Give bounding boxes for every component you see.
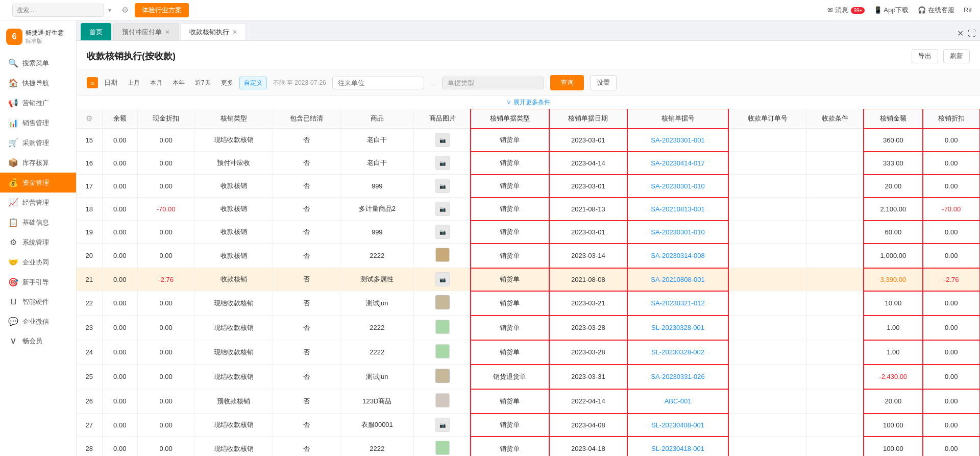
refresh-button[interactable]: 刷新 [943,49,970,63]
cell-bill-no[interactable]: SA-20230301-001 [627,129,728,152]
bill-type-select[interactable]: 单据类型 [442,77,544,89]
cell-bill-no[interactable]: SA-20230414-017 [627,152,728,175]
cell-cash-discount: 0.00 [137,414,194,437]
cell-condition [806,268,863,291]
filter-expand-button[interactable]: » [87,77,98,88]
col-order-no: 收款单订单号 [728,109,806,129]
date-btn-last-month[interactable]: 上月 [124,77,144,89]
tab-close-all-icon[interactable]: ✕ [957,29,964,38]
prepay-tab-close[interactable]: ✕ [165,29,170,36]
cell-balance: 0.00 [102,129,137,152]
tab-prepay[interactable]: 预付冲应付单 ✕ [113,23,179,40]
app-download-link[interactable]: 📱 App下载 [874,6,909,15]
cell-balance: 0.00 [102,175,137,198]
tab-fullscreen-icon[interactable]: ⛶ [968,29,976,38]
tab-collection[interactable]: 收款核销执行 ✕ [181,23,246,40]
online-service-link[interactable]: 🎧 在线客服 [918,6,954,15]
cell-cash-discount: 0.00 [137,291,194,316]
cell-cash-discount: 0.00 [137,175,194,198]
sidebar-item-marketing[interactable]: 📢 营销推广 [0,93,76,113]
partner-input[interactable] [332,77,424,89]
sidebar-item-hardware[interactable]: 🖥 智能硬件 [0,292,76,311]
sidebar-item-stock[interactable]: 📦 库存核算 [0,153,76,173]
cell-goods: 123D商品 [340,389,414,414]
cell-settled: 否 [273,437,340,457]
sidebar-item-operation[interactable]: 📈 经营管理 [0,193,76,212]
cell-cash-discount: -2.76 [137,268,194,291]
sidebar-item-wechat[interactable]: 💬 企业微信 [0,311,76,331]
table-row: 17 0.00 0.00 收款核销 否 999 📷 销货单 2023-03-01… [77,175,980,198]
filter-bar: » 日期 上月 本月 本年 近7天 更多 自定义 不限 至 2023-07-26… [77,70,980,96]
cell-cash-discount: 0.00 [137,365,194,389]
cell-bill-no[interactable]: SA-20230321-012 [627,291,728,316]
settings-button[interactable]: 设置 [590,75,617,90]
sidebar-item-system[interactable]: ⚙ 系统管理 [0,232,76,252]
sidebar-item-purchase[interactable]: 🛒 采购管理 [0,133,76,153]
sidebar-item-guide[interactable]: 🎯 新手引导 [0,272,76,292]
cell-condition [806,340,863,365]
cell-bill-date: 2021-08-13 [549,198,627,221]
expand-more-conditions[interactable]: ∨ 展开更多条件 [77,96,980,109]
cell-type: 现结收款核销 [194,316,273,340]
user-name[interactable]: Rit [964,6,972,14]
bill-type-wrapper: 单据类型 [442,77,544,89]
cell-amount: 10.00 [864,291,923,316]
query-button[interactable]: 查询 [550,75,584,90]
solution-button[interactable]: 体验行业方案 [135,3,189,17]
collection-tab-close[interactable]: ✕ [232,29,237,36]
cell-bill-no[interactable]: SA-20230301-010 [627,175,728,198]
cell-bill-no[interactable]: SA-20230314-008 [627,244,728,268]
export-button[interactable]: 导出 [912,49,938,63]
date-btn-this-year[interactable]: 本年 [168,77,189,89]
date-btn-more[interactable]: 更多 [217,77,237,89]
cell-bill-no[interactable]: ABC-001 [627,389,728,414]
cell-id: 15 [77,129,102,152]
gear-icon[interactable]: ⚙ [121,5,129,15]
sidebar-item-basic[interactable]: 📋 基础信息 [0,212,76,232]
main-layout: 6 畅捷通·好生意 标准版 🔍 搜索菜单 🏠 快捷导航 📢 营销推广 📊 销售管… [0,20,980,456]
table-row: 23 0.00 0.00 现结收款核销 否 2222 销货单 2023-03-2… [77,316,980,340]
date-filter-label: 日期 [104,78,117,87]
date-btn-7days[interactable]: 近7天 [191,77,215,89]
cell-bill-no[interactable]: SA-20230331-026 [627,365,728,389]
cell-bill-no[interactable]: SA-20210813-001 [627,198,728,221]
col-goods: 商品 [340,109,414,129]
table-row: 27 0.00 0.00 现结收款核销 否 衣服00001 📷 销货单 2023… [77,414,980,437]
cell-settled: 否 [273,268,340,291]
top-search-input[interactable] [12,4,104,17]
cell-amount: 20.00 [864,389,923,414]
date-btn-custom[interactable]: 自定义 [239,77,267,89]
cell-bill-no[interactable]: SL-20230328-002 [627,340,728,365]
table-row: 25 0.00 0.00 现结收款核销 否 测试jun 销货退货单 2023-0… [77,365,980,389]
cell-cash-discount: 0.00 [137,437,194,457]
cell-condition [806,414,863,437]
cell-type: 现结收款核销 [194,129,273,152]
sidebar-item-nav[interactable]: 🏠 快捷导航 [0,73,76,93]
col-gear[interactable]: ⚙ [77,109,102,129]
sidebar-item-finance[interactable]: 💰 资金管理 [0,173,76,193]
sidebar-item-corp[interactable]: 🤝 企业协同 [0,252,76,272]
cell-bill-no[interactable]: SA-20210808-001 [627,268,728,291]
cell-amount: 100.00 [864,437,923,457]
cell-bill-no[interactable]: SA-20230301-010 [627,221,728,244]
sidebar-item-member[interactable]: V 畅会员 [0,331,76,351]
messages-area[interactable]: ✉ 消息 99+ [827,6,865,15]
cell-balance: 0.00 [102,414,137,437]
cell-bill-no[interactable]: SL-20230408-001 [627,414,728,437]
cell-order-no [728,221,806,244]
col-condition: 收款条件 [806,109,863,129]
cell-type: 现结收款核销 [194,291,273,316]
cell-bill-type: 销货单 [471,244,549,268]
cell-bill-no[interactable]: SL-20230418-001 [627,437,728,457]
tab-home[interactable]: 首页 [81,23,111,40]
cell-type: 收款核销 [194,198,273,221]
cell-condition [806,152,863,175]
cell-type: 收款核销 [194,268,273,291]
sidebar-item-sales[interactable]: 📊 销售管理 [0,113,76,133]
sidebar-item-search[interactable]: 🔍 搜索菜单 [0,53,76,73]
cell-order-no [728,129,806,152]
date-btn-this-month[interactable]: 本月 [146,77,166,89]
cell-bill-no[interactable]: SL-20230328-001 [627,316,728,340]
cell-id: 19 [77,221,102,244]
cell-goods: 2222 [340,340,414,365]
